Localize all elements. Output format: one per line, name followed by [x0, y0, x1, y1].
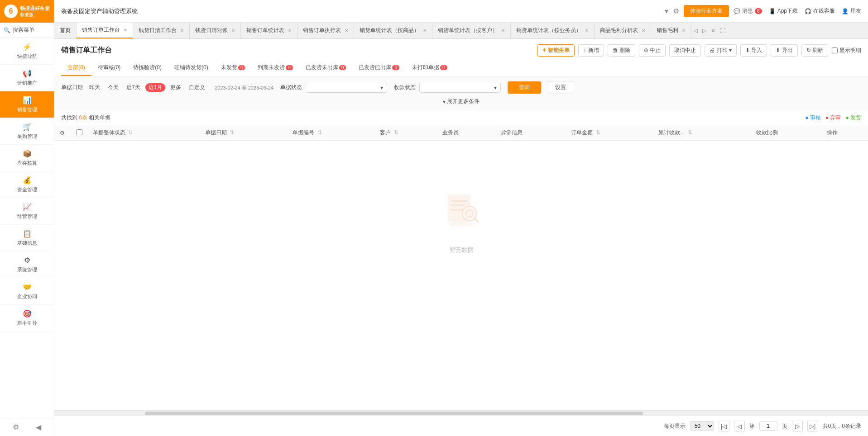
sidebar: 6 畅捷通好生意 标准版 🔍 搜索菜单 ⚡ 快捷导航 📢 营销推广 📊 销售管理… — [0, 0, 54, 436]
filter-tab-all[interactable]: 全部(0) — [61, 60, 91, 76]
date-yesterday[interactable]: 昨天 — [86, 83, 103, 92]
online-service-btn[interactable]: 🎧 在线客服 — [805, 7, 835, 15]
date-custom[interactable]: 自定义 — [186, 83, 208, 92]
page-input[interactable] — [759, 422, 777, 431]
message-btn[interactable]: 💬 消息 6 — [734, 7, 762, 15]
tab-close-8[interactable]: ✕ — [585, 28, 589, 33]
tab-nav-prev[interactable]: ◁ — [691, 23, 700, 38]
status-select[interactable]: ▾ — [306, 83, 387, 93]
tab-close-1[interactable]: ✕ — [124, 28, 127, 33]
filter-tab-shipped-not-out[interactable]: 已发货未出库0 — [299, 60, 353, 76]
tab-sales-exec[interactable]: 销售订单执行表 ✕ — [297, 23, 354, 38]
sidebar-settings-icon[interactable]: ⚙ — [13, 423, 19, 431]
filter-tab-pending-review[interactable]: 待审核(0) — [91, 60, 127, 76]
show-detail-label[interactable]: 显示明细 — [832, 47, 861, 54]
refresh-btn[interactable]: ↻ 刷新 — [801, 44, 828, 57]
first-page-btn[interactable]: |◁ — [719, 421, 729, 431]
sidebar-item-baseinfo[interactable]: 📋 基础信息 — [0, 225, 54, 251]
page-size-select[interactable]: 50 100 200 — [690, 421, 714, 431]
sidebar-item-marketing[interactable]: 📢 营销推广 — [0, 65, 54, 91]
filter-tab-overdue-ship[interactable]: 到期未发货0 — [251, 60, 299, 76]
tab-salesperson-stats[interactable]: 销货单统计表（按业务员） ✕ — [511, 23, 595, 38]
next-page-btn[interactable]: ▷ — [792, 421, 803, 431]
query-btn[interactable]: 查询 — [508, 81, 541, 94]
tab-product-stats[interactable]: 销货单统计表（按商品） ✕ — [354, 23, 432, 38]
tab-close-5[interactable]: ✕ — [345, 28, 348, 33]
cancel-stop-btn[interactable]: 取消中止 — [669, 44, 701, 57]
filter-tab-shipped-out[interactable]: 已发货已出库0 — [352, 60, 406, 76]
filter-tab-unprinted[interactable]: 未打印单据0 — [406, 60, 454, 76]
sidebar-item-inventory[interactable]: 📦 库存核算 — [0, 145, 54, 171]
expand-more-btn[interactable]: ▾ 展开更多条件 — [443, 98, 480, 105]
table-header-row: ⚙ 单据整体状态 ⇅ 单据日期 ⇅ 单据编号 ⇅ 客户 ⇅ 业务员 异常信息 订… — [54, 125, 868, 141]
delete-btn[interactable]: 🗑 删除 — [608, 44, 635, 57]
logo: 6 畅捷通好生意 标准版 — [0, 0, 54, 23]
date-1month[interactable]: 近1月 — [145, 83, 166, 92]
stop-btn[interactable]: ⊘ 中止 — [639, 44, 666, 57]
col-doc-no: 单据编号 ⇅ — [288, 125, 375, 141]
last-page-btn[interactable]: ▷| — [807, 421, 818, 431]
tab-home[interactable]: 首页 — [54, 23, 77, 38]
app-download-btn[interactable]: 📱 App下载 — [769, 7, 798, 15]
empty-state: 暂无数据 — [54, 141, 868, 299]
import-btn[interactable]: ⬇ 导入 — [740, 44, 767, 57]
col-customer: 客户 ⇅ — [375, 125, 438, 141]
scrollbar-thumb[interactable] — [145, 412, 643, 415]
select-all-checkbox[interactable] — [77, 129, 82, 135]
message-icon: 💬 — [734, 8, 740, 14]
prev-page-btn[interactable]: ◁ — [734, 421, 745, 431]
tab-close-3[interactable]: ✕ — [231, 28, 235, 33]
col-settings[interactable]: ⚙ — [54, 125, 70, 141]
sidebar-item-search[interactable]: 🔍 搜索菜单 — [0, 23, 54, 38]
tab-close-2[interactable]: ✕ — [180, 28, 184, 33]
sidebar-item-collab[interactable]: 🤝 企业协同 — [0, 278, 54, 305]
sidebar-item-purchase[interactable]: 🛒 采购管理 — [0, 118, 54, 145]
tab-margin[interactable]: 销售毛利 ✕ — [651, 23, 691, 38]
message-badge: 6 — [755, 8, 762, 14]
col-checkbox[interactable] — [70, 125, 88, 141]
batch-review-btn[interactable]: ● 审核 — [805, 114, 821, 122]
date-today[interactable]: 今天 — [105, 83, 121, 92]
sidebar-collapse-icon[interactable]: ◀ — [36, 423, 41, 431]
print-btn[interactable]: 🖨 打印 ▾ — [705, 44, 737, 57]
sidebar-item-system[interactable]: ⚙ 系统管理 — [0, 251, 54, 278]
batch-ship-btn[interactable]: ● 发货 — [845, 114, 861, 122]
tab-sales-workbench[interactable]: 销售订单工作台 ✕ — [77, 23, 133, 38]
horizontal-scrollbar[interactable] — [54, 410, 868, 416]
filter-tab-pending-check[interactable]: 待拣验货(0) — [127, 60, 168, 76]
topbar-settings-icon[interactable]: ⚙ — [673, 7, 679, 15]
user-btn[interactable]: 👤 用友 — [842, 7, 861, 15]
logo-text: 畅捷通好生意 标准版 — [20, 5, 50, 18]
tab-reconcile[interactable]: 钱货日清对账 ✕ — [190, 23, 241, 38]
export-btn[interactable]: ⬆ 导出 — [771, 44, 797, 57]
tab-nav-next[interactable]: ▷ — [700, 23, 709, 38]
smart-create-btn[interactable]: ✦ 智能生单 — [537, 44, 575, 57]
payment-select[interactable]: ▾ — [419, 83, 501, 93]
sidebar-item-sales[interactable]: 📊 销售管理 — [0, 91, 54, 118]
tab-close-4[interactable]: ✕ — [288, 28, 292, 33]
settings-btn[interactable]: 设置 — [548, 81, 573, 94]
tab-close-9[interactable]: ✕ — [642, 28, 645, 33]
sidebar-item-guide[interactable]: 🎯 新手引导 — [0, 305, 54, 332]
add-btn[interactable]: + 新增 — [578, 44, 604, 57]
batch-cancel-btn[interactable]: ● 弃审 — [825, 114, 841, 122]
tab-close-7[interactable]: ✕ — [501, 28, 505, 33]
filter-tab-wangpu-ship[interactable]: 旺铺待发货(0) — [168, 60, 215, 76]
tab-cash-daily[interactable]: 钱货日清工作台 ✕ — [133, 23, 190, 38]
topbar-dropdown[interactable]: ▾ — [665, 7, 668, 15]
tab-close-all[interactable]: ✕ — [709, 23, 718, 38]
date-7days[interactable]: 近7天 — [124, 83, 143, 92]
industry-btn[interactable]: 体验行业方案 — [684, 5, 729, 17]
tab-close-10[interactable]: ✕ — [682, 28, 686, 33]
sidebar-item-operations[interactable]: 📈 经营管理 — [0, 198, 54, 225]
filter-tab-unshipped[interactable]: 未发货0 — [215, 60, 252, 76]
sidebar-item-finance[interactable]: 💰 资金管理 — [0, 171, 54, 198]
show-detail-checkbox[interactable] — [832, 47, 838, 53]
tab-margin-analysis[interactable]: 商品毛利分析表 ✕ — [595, 23, 651, 38]
date-more[interactable]: 更多 — [168, 83, 184, 92]
tab-customer-stats[interactable]: 销货单统计表（按客户） ✕ — [432, 23, 511, 38]
tab-maximize[interactable]: ⛶ — [718, 23, 728, 38]
tab-sales-stats[interactable]: 销售订单统计表 ✕ — [241, 23, 297, 38]
tab-close-6[interactable]: ✕ — [423, 28, 427, 33]
sidebar-item-quicknav[interactable]: ⚡ 快捷导航 — [0, 38, 54, 65]
